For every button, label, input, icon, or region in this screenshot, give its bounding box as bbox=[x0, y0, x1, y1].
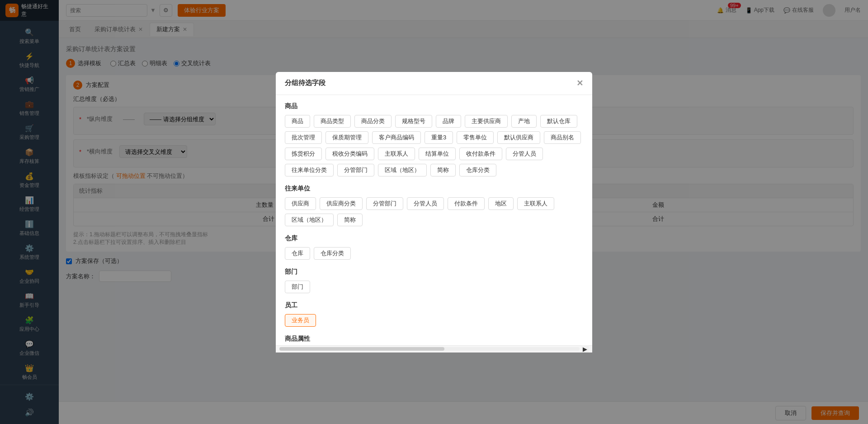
field-tag-0-19[interactable]: 收付款条件 bbox=[459, 148, 502, 160]
field-tag-0-1[interactable]: 商品类型 bbox=[314, 115, 351, 128]
field-tag-0-8[interactable]: 批次管理 bbox=[285, 131, 322, 144]
field-tag-0-23[interactable]: 区域（地区） bbox=[378, 164, 427, 176]
field-tag-0-25[interactable]: 仓库分类 bbox=[459, 164, 496, 176]
scroll-right-arrow[interactable]: ▶ bbox=[581, 345, 589, 353]
field-tag-0-22[interactable]: 分管部门 bbox=[337, 164, 374, 176]
field-tag-2-0[interactable]: 仓库 bbox=[285, 247, 310, 260]
field-tag-1-0[interactable]: 供应商 bbox=[285, 197, 316, 210]
field-tag-0-10[interactable]: 客户商品编码 bbox=[372, 131, 421, 144]
field-section-title-4: 员工 bbox=[285, 301, 583, 310]
field-tag-0-3[interactable]: 规格型号 bbox=[395, 115, 432, 128]
field-section-title-5: 商品属性 bbox=[285, 335, 583, 343]
field-tag-1-5[interactable]: 地区 bbox=[488, 197, 514, 210]
field-tag-3-0[interactable]: 部门 bbox=[285, 281, 310, 293]
field-tag-0-16[interactable]: 税收分类编码 bbox=[326, 148, 374, 160]
field-tag-0-17[interactable]: 主联系人 bbox=[378, 148, 415, 160]
field-tags-3: 部门 bbox=[285, 281, 583, 293]
field-section-2: 仓库仓库仓库分类 bbox=[285, 234, 583, 260]
field-tag-0-9[interactable]: 保质期管理 bbox=[326, 131, 368, 144]
field-tag-0-13[interactable]: 默认供应商 bbox=[497, 131, 540, 144]
field-tag-1-1[interactable]: 供应商分类 bbox=[320, 197, 363, 210]
field-tag-0-4[interactable]: 品牌 bbox=[436, 115, 461, 128]
field-section-3: 部门部门 bbox=[285, 268, 583, 293]
field-tag-0-2[interactable]: 商品分类 bbox=[354, 115, 392, 128]
modal-scrollbar-h: ▶ bbox=[276, 345, 592, 353]
field-tag-0-12[interactable]: 零售单位 bbox=[457, 131, 494, 144]
field-tag-0-14[interactable]: 商品别名 bbox=[544, 131, 581, 144]
field-tags-2: 仓库仓库分类 bbox=[285, 247, 583, 260]
field-tag-1-8[interactable]: 简称 bbox=[337, 214, 363, 226]
field-tag-0-20[interactable]: 分管人员 bbox=[506, 148, 543, 160]
field-section-title-0: 商品 bbox=[285, 102, 583, 110]
field-section-title-1: 往来单位 bbox=[285, 185, 583, 193]
scroll-track-h bbox=[279, 347, 580, 351]
field-tag-1-3[interactable]: 分管人员 bbox=[407, 197, 444, 210]
field-tag-1-2[interactable]: 分管部门 bbox=[366, 197, 403, 210]
field-tag-0-6[interactable]: 产地 bbox=[511, 115, 537, 128]
field-tag-0-15[interactable]: 拣货积分 bbox=[285, 148, 322, 160]
field-tags-4: 业务员 bbox=[285, 314, 583, 327]
modal: 分组待选字段 ✕ 商品商品商品类型商品分类规格型号品牌主要供应商产地默认仓库批次… bbox=[276, 72, 592, 353]
field-section-title-2: 仓库 bbox=[285, 234, 583, 243]
field-tags-1: 供应商供应商分类分管部门分管人员付款条件地区主联系人区域（地区）简称 bbox=[285, 197, 583, 226]
field-tag-1-7[interactable]: 区域（地区） bbox=[285, 214, 334, 226]
field-tag-2-1[interactable]: 仓库分类 bbox=[314, 247, 351, 260]
field-tag-0-5[interactable]: 主要供应商 bbox=[465, 115, 508, 128]
modal-header: 分组待选字段 ✕ bbox=[276, 72, 592, 95]
field-tag-0-7[interactable]: 默认仓库 bbox=[540, 115, 577, 128]
field-section-4: 员工业务员 bbox=[285, 301, 583, 327]
field-section-5: 商品属性属性颜色多规格尺码鞋码1 bbox=[285, 335, 583, 345]
field-section-1: 往来单位供应商供应商分类分管部门分管人员付款条件地区主联系人区域（地区）简称 bbox=[285, 185, 583, 226]
field-tag-4-0[interactable]: 业务员 bbox=[285, 314, 316, 327]
modal-overlay: 分组待选字段 ✕ 商品商品商品类型商品分类规格型号品牌主要供应商产地默认仓库批次… bbox=[0, 0, 868, 424]
field-tag-0-0[interactable]: 商品 bbox=[285, 115, 310, 128]
modal-close-button[interactable]: ✕ bbox=[576, 78, 583, 88]
modal-title: 分组待选字段 bbox=[285, 79, 326, 87]
field-tag-1-6[interactable]: 主联系人 bbox=[517, 197, 554, 210]
modal-body[interactable]: 商品商品商品类型商品分类规格型号品牌主要供应商产地默认仓库批次管理保质期管理客户… bbox=[276, 95, 592, 345]
field-section-title-3: 部门 bbox=[285, 268, 583, 276]
field-tag-0-18[interactable]: 结算单位 bbox=[419, 148, 456, 160]
field-tag-1-4[interactable]: 付款条件 bbox=[448, 197, 485, 210]
field-tag-0-24[interactable]: 简称 bbox=[430, 164, 456, 176]
field-section-0: 商品商品商品类型商品分类规格型号品牌主要供应商产地默认仓库批次管理保质期管理客户… bbox=[285, 102, 583, 176]
field-tag-0-21[interactable]: 往来单位分类 bbox=[285, 164, 334, 176]
field-tags-0: 商品商品类型商品分类规格型号品牌主要供应商产地默认仓库批次管理保质期管理客户商品… bbox=[285, 115, 583, 176]
scroll-thumb-h bbox=[279, 347, 444, 351]
field-tag-0-11[interactable]: 重量3 bbox=[425, 131, 453, 144]
